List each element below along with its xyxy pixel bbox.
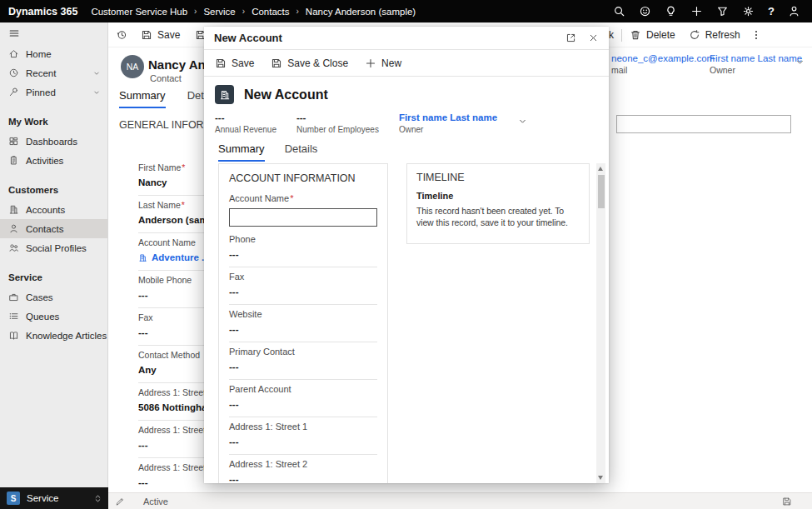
app-name[interactable]: Customer Service Hub: [91, 7, 187, 17]
scroll-up-arrow[interactable]: [598, 167, 603, 171]
filter-icon[interactable]: [716, 5, 729, 17]
field-label: Address 1: Street 1: [229, 422, 377, 432]
new-account-dialog: New Account Save Save & Close New New Ac…: [204, 27, 609, 483]
people-icon: [8, 242, 19, 253]
lightbulb-icon[interactable]: [665, 5, 677, 17]
annual-revenue-value[interactable]: ---: [215, 112, 276, 122]
dialog-command-bar: Save Save & Close New: [204, 50, 609, 77]
breadcrumb-service[interactable]: Service: [203, 7, 235, 17]
sidebar-item-recent[interactable]: Recent: [0, 63, 107, 82]
save-button[interactable]: Save: [141, 29, 180, 41]
top-navbar: Dynamics 365 Customer Service Hub › Serv…: [0, 0, 812, 22]
area-switcher[interactable]: S Service: [0, 487, 108, 509]
dialog-titlebar-icons: [565, 32, 599, 43]
timeline-search-input[interactable]: [616, 115, 791, 133]
user-account-icon[interactable]: [788, 5, 800, 17]
popout-icon[interactable]: [565, 32, 576, 43]
dialog-tab-details[interactable]: Details: [285, 142, 318, 162]
field-value[interactable]: ---: [229, 249, 377, 259]
employees-value[interactable]: ---: [296, 112, 379, 122]
dialog-save-and-close-button[interactable]: Save & Close: [271, 57, 348, 69]
sidebar-item-social-profiles[interactable]: Social Profiles: [0, 238, 107, 257]
feedback-icon[interactable]: [639, 5, 651, 17]
search-icon[interactable]: [613, 5, 625, 17]
gear-icon[interactable]: [742, 5, 755, 17]
save-status-icon[interactable]: [782, 497, 792, 507]
help-icon[interactable]: ?: [768, 5, 775, 17]
dialog-save-and-close-label: Save & Close: [287, 57, 348, 69]
record-avatar: NA: [121, 55, 144, 78]
timeline-subtitle: Timeline: [416, 191, 580, 201]
building-icon: [8, 204, 19, 215]
dialog-tab-summary[interactable]: Summary: [218, 142, 265, 162]
annual-revenue-label: Annual Revenue: [215, 125, 276, 134]
header-expand-chevron-icon[interactable]: [517, 116, 528, 127]
sidebar-item-label: Activities: [26, 156, 63, 166]
owner-link[interactable]: First name Last name: [710, 53, 802, 63]
account-entity-avatar: [215, 85, 234, 104]
sidebar-item-contacts[interactable]: Contacts: [0, 219, 107, 238]
timeline-empty-message: This record hasn't been created yet. To …: [416, 205, 580, 228]
owner-field: First name Last name Owner: [399, 112, 497, 134]
sidebar-item-accounts[interactable]: Accounts: [0, 200, 107, 219]
sidebar-item-queues[interactable]: Queues: [0, 307, 107, 326]
sidebar-item-activities[interactable]: Activities: [0, 151, 107, 170]
header-email-field: neone_c@example.com mail: [611, 53, 715, 75]
field-value[interactable]: ---: [229, 437, 377, 447]
owner-link[interactable]: First name Last name: [399, 112, 497, 122]
sidebar-item-home[interactable]: Home: [0, 44, 107, 63]
modal-scrollbar[interactable]: [596, 163, 605, 483]
sidebar-item-pinned[interactable]: Pinned: [0, 82, 107, 102]
field-phone: Phone ---: [229, 230, 377, 267]
dialog-titlebar: New Account: [204, 27, 609, 50]
breadcrumb-separator: ›: [194, 7, 197, 16]
field-value[interactable]: ---: [229, 324, 377, 334]
field-address1-street1: Address 1: Street 1 ---: [229, 417, 377, 455]
sidebar-item-dashboards[interactable]: Dashboards: [0, 132, 107, 151]
collapse-sitemap-button[interactable]: [0, 22, 107, 44]
dialog-save-button[interactable]: Save: [215, 57, 254, 69]
updown-arrows-icon[interactable]: [93, 494, 102, 503]
timeline-title: TIMELINE: [416, 172, 580, 183]
field-label: Primary Contact: [229, 347, 377, 357]
breadcrumb-separator: ›: [296, 7, 299, 16]
breadcrumb-record[interactable]: Nancy Anderson (sample): [306, 7, 416, 17]
sidebar-group-service: Service: [0, 257, 107, 287]
account-name-input[interactable]: [229, 208, 377, 227]
page-command-bar-right: k Delete Refresh: [609, 22, 762, 47]
scroll-down-arrow[interactable]: [598, 476, 603, 480]
annual-revenue-field: --- Annual Revenue: [215, 112, 276, 134]
field-value[interactable]: ---: [229, 287, 377, 297]
floppy-icon: [141, 29, 152, 41]
breadcrumb-contacts[interactable]: Contacts: [252, 7, 289, 17]
scrollbar-thumb[interactable]: [598, 175, 605, 208]
close-icon[interactable]: [588, 32, 599, 43]
field-value[interactable]: ---: [229, 474, 377, 483]
command-divider: [621, 29, 622, 42]
email-link[interactable]: neone_c@example.com: [611, 53, 715, 63]
field-value[interactable]: ---: [229, 362, 377, 372]
sidebar-item-label: Social Profiles: [26, 243, 87, 253]
dialog-new-button[interactable]: New: [365, 57, 401, 69]
book-icon: [8, 330, 19, 341]
refresh-button[interactable]: Refresh: [689, 29, 740, 41]
chevron-down-icon: [92, 69, 101, 77]
home-icon: [8, 48, 19, 59]
dialog-tabs: Summary Details: [204, 136, 609, 162]
sidebar-item-label: Recent: [26, 68, 56, 78]
brand-logo[interactable]: Dynamics 365: [8, 6, 77, 17]
owner-label: Owner: [710, 65, 802, 75]
sidebar-item-cases[interactable]: Cases: [0, 287, 107, 307]
tab-summary[interactable]: Summary: [119, 89, 166, 108]
header-expand-chevron-icon[interactable]: [795, 57, 805, 67]
field-value[interactable]: ---: [229, 399, 377, 409]
delete-button[interactable]: Delete: [630, 29, 675, 41]
more-commands-icon[interactable]: [750, 29, 762, 41]
history-icon[interactable]: [116, 29, 127, 41]
email-label: mail: [611, 65, 715, 75]
sidebar-group-customers: Customers: [0, 170, 107, 200]
plus-icon[interactable]: [690, 5, 703, 17]
truncated-command-label[interactable]: k: [609, 29, 614, 41]
sidebar-item-knowledge-articles[interactable]: Knowledge Articles: [0, 326, 107, 345]
delete-button-label: Delete: [646, 29, 675, 41]
